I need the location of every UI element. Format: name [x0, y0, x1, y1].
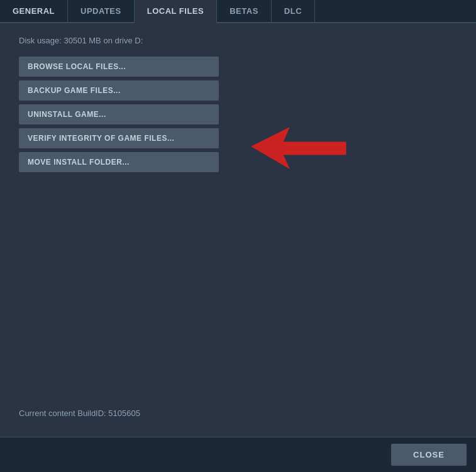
tab-general[interactable]: GENERAL	[0, 0, 68, 22]
verify-integrity-button[interactable]: VERIFY INTEGRITY OF GAME FILES...	[19, 128, 219, 148]
tab-dlc[interactable]: DLC	[272, 0, 315, 22]
move-install-folder-button[interactable]: MOVE INSTALL FOLDER...	[19, 152, 219, 172]
tab-betas[interactable]: BETAS	[217, 0, 272, 22]
main-content: Disk usage: 30501 MB on drive D: BROWSE …	[0, 23, 476, 437]
backup-game-files-button[interactable]: BACKUP GAME FILES...	[19, 80, 219, 101]
steam-properties-window: GENERAL UPDATES LOCAL FILES BETAS DLC Di…	[0, 0, 476, 472]
uninstall-game-button[interactable]: UNINSTALL GAME...	[19, 104, 219, 124]
browse-local-files-button[interactable]: BROWSE LOCAL FILES...	[19, 57, 219, 77]
tab-updates[interactable]: UPDATES	[68, 0, 135, 22]
disk-usage-label: Disk usage: 30501 MB on drive D:	[19, 36, 457, 45]
arrow-annotation	[220, 124, 352, 175]
close-button[interactable]: CLOSE	[391, 444, 467, 466]
build-id-label: Current content BuildID: 5105605	[19, 409, 457, 418]
action-buttons-list: BROWSE LOCAL FILES... BACKUP GAME FILES.…	[19, 57, 457, 172]
svg-marker-0	[252, 128, 346, 168]
footer-content: Current content BuildID: 5105605	[19, 172, 457, 424]
tab-local-files[interactable]: LOCAL FILES	[135, 0, 217, 23]
bottom-bar: CLOSE	[0, 437, 476, 472]
tab-bar: GENERAL UPDATES LOCAL FILES BETAS DLC	[0, 0, 476, 23]
